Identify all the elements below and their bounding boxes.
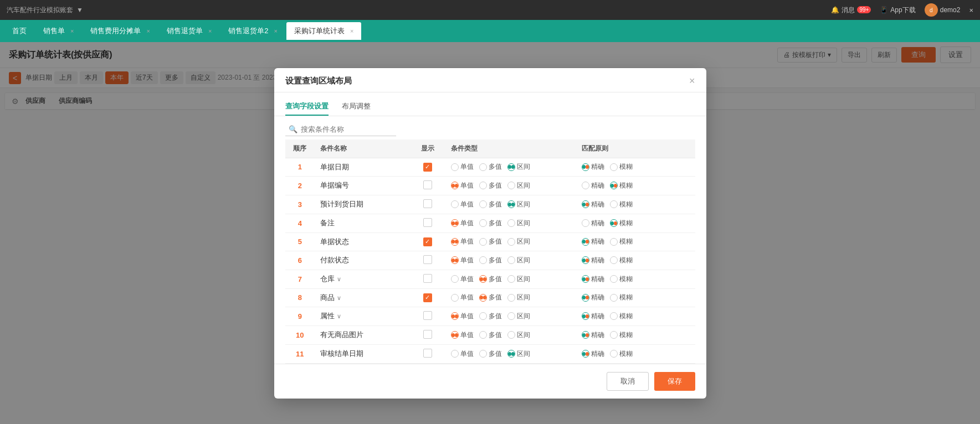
app-download-btn[interactable]: 📱 App下载 (880, 6, 915, 15)
modal-tab-query-fields[interactable]: 查询字段设置 (285, 98, 329, 116)
row-display[interactable] (410, 270, 445, 288)
sales-tab-close[interactable]: × (70, 28, 74, 34)
checkbox-checked[interactable] (423, 237, 432, 246)
search-input[interactable] (301, 125, 384, 133)
match-radio-精确[interactable]: 精确 (582, 237, 604, 246)
type-radio-多值[interactable]: 多值 (479, 219, 502, 228)
checkbox-checked[interactable] (423, 293, 432, 302)
type-radio-多值[interactable]: 多值 (479, 200, 502, 209)
type-radio-区间[interactable]: 区间 (507, 162, 530, 172)
type-radio-单值[interactable]: 单值 (451, 330, 474, 340)
nav-tab-purchase-stats[interactable]: 采购订单统计表 × (286, 22, 361, 40)
type-radio-区间[interactable]: 区间 (507, 219, 530, 228)
type-radio-多值[interactable]: 多值 (479, 275, 502, 284)
type-radio-多值[interactable]: 多值 (479, 349, 502, 359)
type-radio-单值[interactable]: 单值 (451, 312, 474, 321)
match-radio-模糊[interactable]: 模糊 (610, 349, 633, 359)
nav-tab-home[interactable]: 首页 (4, 22, 34, 40)
type-radio-单值[interactable]: 单值 (451, 237, 474, 246)
match-radio-精确[interactable]: 精确 (582, 275, 604, 284)
nav-tab-sales-return[interactable]: 销售退货单 × (159, 22, 219, 40)
row-display[interactable] (410, 158, 445, 176)
row-display[interactable] (410, 195, 445, 214)
notification-btn[interactable]: 🔔 消息 99+ (831, 6, 871, 15)
purchase-stats-close[interactable]: × (350, 28, 353, 34)
type-radio-区间[interactable]: 区间 (507, 312, 530, 321)
checkbox-unchecked[interactable] (423, 255, 432, 264)
match-radio-模糊[interactable]: 模糊 (610, 312, 633, 321)
sales-expense-close[interactable]: × (146, 28, 150, 34)
match-radio-精确[interactable]: 精确 (582, 162, 604, 172)
checkbox-unchecked[interactable] (423, 274, 432, 283)
row-display[interactable] (410, 325, 445, 344)
match-radio-精确[interactable]: 精确 (582, 181, 604, 190)
type-radio-多值[interactable]: 多值 (479, 312, 502, 321)
nav-tab-sales-expense[interactable]: 销售费用分摊单 × (83, 22, 157, 40)
match-radio-模糊[interactable]: 模糊 (610, 200, 633, 209)
topbar-close-btn[interactable]: × (969, 6, 973, 14)
type-radio-单值[interactable]: 单值 (451, 181, 474, 190)
checkbox-checked[interactable] (423, 163, 432, 172)
type-radio-多值[interactable]: 多值 (479, 181, 502, 190)
match-radio-模糊[interactable]: 模糊 (610, 237, 633, 246)
match-radio-模糊[interactable]: 模糊 (610, 293, 633, 302)
match-radio-精确[interactable]: 精确 (582, 293, 604, 302)
match-radio-模糊[interactable]: 模糊 (610, 162, 633, 172)
nav-tab-sales[interactable]: 销售单 × (35, 22, 81, 40)
type-radio-多值[interactable]: 多值 (479, 256, 502, 265)
type-radio-区间[interactable]: 区间 (507, 293, 530, 302)
row-display[interactable] (410, 214, 445, 232)
match-radio-模糊[interactable]: 模糊 (610, 219, 633, 228)
match-radio-模糊[interactable]: 模糊 (610, 256, 633, 265)
match-radio-模糊[interactable]: 模糊 (610, 275, 633, 284)
modal-close-btn[interactable]: × (689, 76, 695, 86)
row-display[interactable] (410, 176, 445, 195)
save-btn[interactable]: 保存 (654, 372, 695, 391)
type-radio-区间[interactable]: 区间 (507, 349, 530, 359)
cancel-btn[interactable]: 取消 (607, 372, 649, 391)
nav-tab-sales-return2[interactable]: 销售退货单2 × (220, 22, 285, 40)
checkbox-unchecked[interactable] (423, 218, 432, 227)
type-radio-单值[interactable]: 单值 (451, 162, 474, 172)
match-radio-精确[interactable]: 精确 (582, 312, 604, 321)
type-radio-区间[interactable]: 区间 (507, 237, 530, 246)
type-radio-多值[interactable]: 多值 (479, 237, 502, 246)
match-radio-精确[interactable]: 精确 (582, 330, 604, 340)
row-display[interactable] (410, 251, 445, 270)
match-radio-精确[interactable]: 精确 (582, 200, 604, 209)
type-radio-区间[interactable]: 区间 (507, 256, 530, 265)
user-area[interactable]: d demo2 (925, 3, 961, 17)
type-radio-多值[interactable]: 多值 (479, 162, 502, 172)
type-radio-单值[interactable]: 单值 (451, 219, 474, 228)
type-radio-单值[interactable]: 单值 (451, 256, 474, 265)
type-radio-单值[interactable]: 单值 (451, 275, 474, 284)
type-radio-区间[interactable]: 区间 (507, 200, 530, 209)
row-display[interactable] (410, 344, 445, 363)
match-radio-精确[interactable]: 精确 (582, 349, 604, 359)
type-radio-单值[interactable]: 单值 (451, 200, 474, 209)
checkbox-unchecked[interactable] (423, 330, 432, 339)
th-name: 条件名称 (315, 139, 410, 158)
app-dropdown-icon[interactable]: ▼ (76, 6, 83, 14)
match-radio-精确[interactable]: 精确 (582, 256, 604, 265)
type-radio-区间[interactable]: 区间 (507, 275, 530, 284)
checkbox-unchecked[interactable] (423, 180, 432, 189)
sales-return-close[interactable]: × (208, 28, 212, 34)
type-radio-区间[interactable]: 区间 (507, 330, 530, 340)
checkbox-unchecked[interactable] (423, 349, 432, 358)
modal-tab-layout[interactable]: 布局调整 (342, 98, 371, 116)
sales-return2-close[interactable]: × (274, 28, 278, 34)
row-display[interactable] (410, 307, 445, 325)
checkbox-unchecked[interactable] (423, 311, 432, 320)
checkbox-unchecked[interactable] (423, 199, 432, 208)
type-radio-多值[interactable]: 多值 (479, 330, 502, 340)
match-radio-模糊[interactable]: 模糊 (610, 181, 633, 190)
type-radio-单值[interactable]: 单值 (451, 293, 474, 302)
type-radio-单值[interactable]: 单值 (451, 349, 474, 359)
match-radio-精确[interactable]: 精确 (582, 219, 604, 228)
type-radio-区间[interactable]: 区间 (507, 181, 530, 190)
match-radio-模糊[interactable]: 模糊 (610, 330, 633, 340)
row-display[interactable] (410, 288, 445, 307)
row-display[interactable] (410, 232, 445, 251)
type-radio-多值[interactable]: 多值 (479, 293, 502, 302)
